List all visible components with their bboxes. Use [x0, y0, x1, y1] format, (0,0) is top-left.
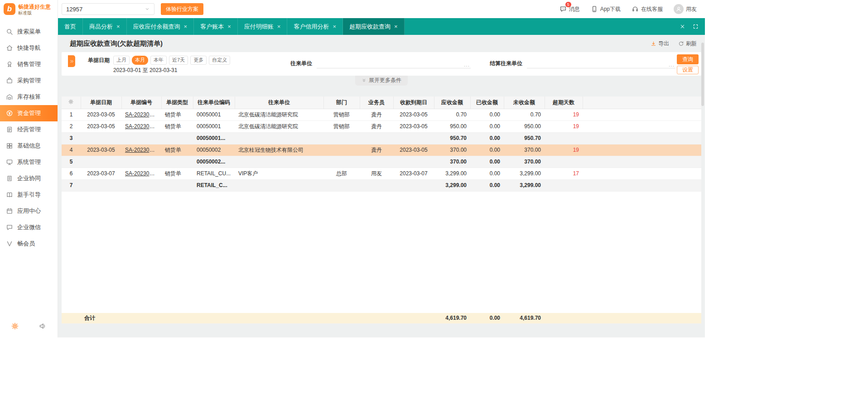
settings-gear-icon[interactable]: [11, 322, 19, 330]
app-window: b 畅捷通好生意 标准版 搜索菜单快捷导航销售管理采购管理库存核算资金管理经营管…: [0, 0, 705, 337]
column-header-0[interactable]: 单据日期: [81, 96, 121, 109]
table-row-6[interactable]: 62023-03-07SA-20230307-0...销货单RETAIL_CU.…: [62, 168, 701, 179]
document-link[interactable]: SA-20230305-0...: [125, 147, 161, 153]
topbar-item-message[interactable]: 5消息: [559, 5, 580, 13]
column-header-8[interactable]: 应收金额: [434, 96, 470, 109]
cell-receivable: 950.00: [434, 120, 470, 132]
date-option-2[interactable]: 本年: [150, 56, 167, 65]
settle-partner-input[interactable]: ...: [527, 58, 675, 68]
sidebar-item-purchase[interactable]: 采购管理: [0, 72, 58, 89]
collapse-filter-button[interactable]: [68, 55, 75, 67]
cell-date: 2023-03-07: [81, 168, 121, 179]
scrollbar-thumb[interactable]: [701, 43, 704, 106]
column-header-11[interactable]: 超期天数: [545, 96, 583, 109]
column-header-4[interactable]: 往来单位: [235, 96, 323, 109]
date-option-0[interactable]: 上月: [113, 56, 130, 65]
account-select[interactable]: 12957: [62, 3, 154, 15]
date-option-5[interactable]: 自定义: [209, 56, 230, 65]
tab-1[interactable]: 商品分析×: [83, 18, 127, 35]
column-header-9[interactable]: 已收金额: [470, 96, 504, 109]
promo-button[interactable]: 体验行业方案: [161, 3, 203, 15]
tab-3[interactable]: 客户账本×: [194, 18, 238, 35]
sidebar-item-search[interactable]: 搜索菜单: [0, 24, 58, 40]
sidebar-item-base-info[interactable]: 基础信息: [0, 138, 58, 154]
date-option-1[interactable]: 本月: [132, 56, 148, 65]
sidebar-item-collab[interactable]: 企业协同: [0, 170, 58, 187]
partner-input[interactable]: ...: [317, 58, 471, 68]
topbar-item-headset[interactable]: 在线客服: [632, 5, 663, 13]
tab-6[interactable]: 超期应收款查询×: [343, 18, 405, 35]
document-link[interactable]: SA-20230305-0...: [125, 111, 161, 118]
tab-0[interactable]: 首页: [58, 18, 83, 35]
tab-close-icon[interactable]: ×: [333, 24, 336, 29]
export-label: 导出: [658, 40, 669, 48]
sound-icon[interactable]: [39, 322, 47, 330]
brand-text: 畅捷通好生意 标准版: [18, 3, 51, 16]
sidebar-item-label: 企业微信: [17, 223, 41, 231]
column-header-7[interactable]: 收款到期日: [393, 96, 434, 109]
table-row-7[interactable]: 7RETAIL_C...3,299.000.003,299.00: [62, 179, 701, 191]
sidebar-item-funds[interactable]: 资金管理: [0, 105, 58, 121]
table-header: 单据日期单据编号单据类型往来单位编码往来单位部门业务员收款到期日应收金额已收金额…: [62, 96, 701, 109]
column-header-5[interactable]: 部门: [323, 96, 360, 109]
tab-2[interactable]: 应收应付余额查询×: [127, 18, 194, 35]
column-header-2[interactable]: 单据类型: [161, 96, 193, 109]
sidebar-item-quick-nav[interactable]: 快捷导航: [0, 40, 58, 56]
document-link[interactable]: SA-20230307-0...: [125, 170, 161, 177]
cell-salesman: [360, 179, 393, 191]
document-link[interactable]: SA-20230305-0...: [125, 123, 161, 130]
tab-4[interactable]: 应付明细账×: [238, 18, 288, 35]
sidebar-item-app-center[interactable]: 应用中心: [0, 203, 58, 219]
settings-button[interactable]: 设置: [677, 66, 699, 74]
cell-salesman: [360, 156, 393, 168]
query-button[interactable]: 查询: [677, 54, 699, 64]
refresh-button[interactable]: 刷新: [678, 40, 697, 48]
table-row-3[interactable]: 300050001...950.700.00950.70: [62, 132, 701, 144]
tab-close-icon[interactable]: ×: [277, 24, 281, 29]
sidebar-item-wechat[interactable]: 企业微信: [0, 219, 58, 236]
tab-close-icon[interactable]: ×: [116, 24, 120, 29]
topbar-item-phone[interactable]: App下载: [591, 5, 621, 13]
vertical-scrollbar[interactable]: [701, 36, 704, 333]
sidebar-item-system[interactable]: 系统管理: [0, 154, 58, 170]
column-header-10[interactable]: 未收金额: [504, 96, 545, 109]
cell-doc_no: SA-20230305-0...: [121, 120, 161, 132]
wechat-icon: [6, 224, 13, 231]
table-row-2[interactable]: 22023-03-05SA-20230305-0...销货单00050001北京…: [62, 120, 701, 132]
expand-more-button[interactable]: 展开更多条件: [355, 76, 408, 86]
partner-more-icon[interactable]: ...: [464, 62, 471, 68]
date-range-value[interactable]: 2023-03-01 至 2023-03-31: [113, 67, 230, 74]
cell-overdue_days: 19: [545, 109, 583, 120]
tab-close-icon[interactable]: ×: [184, 24, 188, 29]
close-all-tabs-icon[interactable]: [680, 24, 685, 29]
date-filter-label: 单据日期: [88, 57, 110, 63]
table-row-4[interactable]: 42023-03-05SA-20230305-0...销货单00050002北京…: [62, 144, 701, 156]
fullscreen-icon[interactable]: [693, 24, 699, 29]
date-option-4[interactable]: 更多: [190, 56, 207, 65]
topbar-item-user[interactable]: 用友: [674, 4, 697, 14]
sidebar-item-sales[interactable]: 销售管理: [0, 56, 58, 72]
sidebar-item-guide[interactable]: 新手引导: [0, 187, 58, 203]
column-settings-header[interactable]: [62, 96, 81, 109]
tab-close-icon[interactable]: ×: [227, 24, 231, 29]
sales-icon: [6, 61, 13, 68]
column-header-3[interactable]: 往来单位编码: [193, 96, 235, 109]
tab-close-icon[interactable]: ×: [394, 24, 398, 29]
table-row-5[interactable]: 500050002...370.000.00370.00: [62, 156, 701, 168]
content-area: 超期应收款查询(欠款超期清单) 导出 刷新: [58, 35, 705, 337]
settle-partner-more-icon[interactable]: ...: [669, 62, 675, 68]
tab-5[interactable]: 客户信用分析×: [287, 18, 343, 35]
cell-due_date: 2023-03-05: [393, 120, 434, 132]
table-row-1[interactable]: 12023-03-05SA-20230305-0...销货单00050001北京…: [62, 109, 701, 120]
sidebar-item-operation[interactable]: 经营管理: [0, 121, 58, 138]
export-button[interactable]: 导出: [651, 40, 669, 48]
sidebar-item-inventory[interactable]: 库存核算: [0, 89, 58, 105]
settle-partner-filter-label: 结算往来单位: [490, 60, 522, 67]
cell-receivable: 3,299.00: [434, 179, 470, 191]
export-icon: [651, 41, 656, 47]
column-header-1[interactable]: 单据编号: [121, 96, 161, 109]
cell-dept: [323, 179, 360, 191]
column-header-6[interactable]: 业务员: [360, 96, 393, 109]
sidebar-item-member[interactable]: 畅会员: [0, 236, 58, 252]
date-option-3[interactable]: 近7天: [169, 56, 188, 65]
